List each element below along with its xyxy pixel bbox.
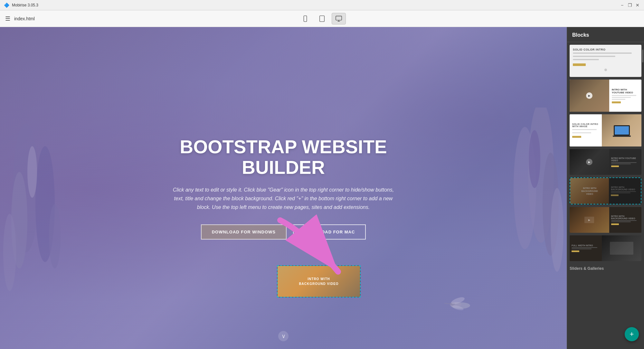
youtube-block-label: INTRO WITH YOUTUBE VIDEO	[612, 88, 639, 94]
full-width-block-label: FULL WIDTH INTRO	[572, 244, 600, 247]
close-button[interactable]: ✕	[635, 3, 640, 8]
bg-video-text-area: INTRO WITH BACKGROUND VIDEO	[609, 178, 641, 204]
toolbar: ☰ index.html	[0, 10, 644, 27]
svg-point-10	[3, 214, 16, 291]
scroll-down-indicator[interactable]: ∨	[278, 331, 289, 341]
full-width-image	[602, 235, 641, 261]
yt2-image: ▶	[570, 149, 609, 175]
blocks-list: SOLID COLOR INTRO ▶	[567, 42, 644, 264]
full-width-screen	[610, 242, 634, 255]
bg-v2-thumbnail: ▶	[570, 207, 609, 233]
preview-line	[611, 222, 631, 222]
image-text-area: SOLID COLOR INTRO WITH IMAGE	[570, 114, 602, 146]
preview-button	[611, 223, 619, 225]
minimize-button[interactable]: −	[620, 3, 625, 8]
svg-rect-4	[336, 16, 342, 20]
bg-video-sublabel2: VIDEO	[586, 193, 593, 195]
play-icon: ▶	[586, 159, 592, 165]
svg-rect-2	[320, 15, 325, 21]
bg-v2-text-area: INTRO WITH BACKGROUND VIDEO	[609, 207, 641, 233]
menu-icon[interactable]: ☰	[5, 15, 10, 22]
main-area: BOOTSTRAP WEBSITE BUILDER Click any text…	[0, 27, 644, 349]
drag-preview-label: INTRO WITH	[308, 277, 330, 281]
preview-line	[573, 56, 615, 57]
drag-preview-sublabel: BACKGROUND VIDEO	[299, 282, 338, 286]
bg-v2-screen: ▶	[584, 217, 594, 223]
laptop-illustration	[614, 125, 630, 136]
block-item-solid-color-intro-image[interactable]: SOLID COLOR INTRO WITH IMAGE	[570, 114, 641, 146]
bg-v2-image: ▶	[584, 217, 594, 223]
yt2-text-area: INTRO WITH YOUTUBE VIDEO	[609, 149, 641, 175]
block-item-intro-bg-video[interactable]: INTRO WITH BACKGROUND VIDEO INTRO WITH B…	[570, 177, 641, 204]
block-solid-intro-label: SOLID COLOR INTRO	[573, 48, 638, 51]
titlebar-controls: − ❐ ✕	[620, 3, 640, 8]
restore-button[interactable]: ❐	[627, 3, 632, 8]
preview-line	[572, 249, 592, 249]
hero-title[interactable]: BOOTSTRAP WEBSITE BUILDER	[171, 137, 396, 178]
add-block-button[interactable]: +	[625, 327, 639, 341]
bg-video-text: INTRO WITH BACKGROUND VIDEO	[582, 187, 598, 195]
preview-line	[572, 129, 597, 130]
preview-line	[572, 132, 591, 133]
chevron-down-icon: ∨	[281, 333, 286, 340]
preview-line	[572, 247, 597, 248]
preview-dot	[604, 69, 607, 71]
titlebar: 🔷 Mobirise 3.05.3 − ❐ ✕	[0, 0, 644, 10]
block-item-full-width-intro[interactable]: FULL WIDTH INTRO	[570, 235, 641, 261]
yt2-thumbnail: ▶	[570, 149, 609, 175]
block-yt2-preview: ▶ INTRO WITH YOUTUBE VIDEO	[570, 149, 641, 175]
yt2-block-label: INTRO WITH YOUTUBE VIDEO	[611, 157, 639, 162]
block-item-solid-color-intro[interactable]: SOLID COLOR INTRO	[570, 45, 641, 77]
mobile-view-button[interactable]	[298, 13, 312, 24]
blocks-panel-header: Blocks	[567, 27, 644, 42]
bg-video-thumbnail: INTRO WITH BACKGROUND VIDEO	[570, 178, 609, 204]
full-width-text-area: FULL WIDTH INTRO	[570, 235, 602, 261]
toolbar-view-switcher	[298, 13, 346, 24]
section-divider-sliders: Sliders & Galleries	[567, 264, 644, 272]
drag-preview-block: INTRO WITH BACKGROUND VIDEO	[277, 265, 361, 297]
svg-rect-0	[304, 15, 307, 21]
canvas: BOOTSTRAP WEBSITE BUILDER Click any text…	[0, 27, 567, 349]
desktop-view-button[interactable]	[332, 13, 346, 24]
play-icon: ▶	[588, 219, 590, 222]
preview-line	[573, 52, 632, 54]
bg-video-sublabel: BACKGROUND	[582, 190, 598, 192]
bg-video-label: INTRO WITH	[583, 187, 596, 189]
hero-subtitle[interactable]: Click any text to edit or style it. Clic…	[171, 185, 396, 212]
preview-line	[611, 164, 631, 164]
play-icon: ▶	[586, 92, 592, 99]
hero-section: BOOTSTRAP WEBSITE BUILDER Click any text…	[0, 27, 567, 349]
block-item-intro-youtube-dark[interactable]: ▶ INTRO WITH YOUTUBE VIDEO	[570, 149, 641, 175]
youtube-image: ▶	[570, 80, 609, 112]
block-item-intro-bg-video-2[interactable]: ▶ INTRO WITH BACKGROUND VIDEO	[570, 207, 641, 233]
block-solid-intro-preview: SOLID COLOR INTRO	[570, 45, 641, 77]
blocks-panel: Blocks SOLID COLOR INTRO	[567, 27, 644, 349]
panel-scrollbar[interactable]	[642, 50, 643, 62]
bg-v2-block-label: INTRO WITH BACKGROUND VIDEO	[611, 215, 639, 220]
block-bg-video2-preview: ▶ INTRO WITH BACKGROUND VIDEO	[570, 207, 641, 233]
svg-point-11	[27, 146, 37, 198]
preview-button	[611, 194, 619, 196]
youtube-text-area: INTRO WITH YOUTUBE VIDEO	[609, 80, 641, 112]
hero-buttons: DOWNLOAD FOR WINDOWS DOWNLOAD FOR MAC	[171, 224, 396, 240]
download-mac-button[interactable]: DOWNLOAD FOR MAC	[293, 224, 366, 240]
section-label: Sliders & Galleries	[570, 266, 604, 271]
hummingbird	[438, 291, 477, 317]
block-with-image-preview: SOLID COLOR INTRO WITH IMAGE	[570, 114, 641, 146]
preview-line	[612, 97, 631, 98]
block-item-intro-youtube[interactable]: ▶ INTRO WITH YOUTUBE VIDEO	[570, 80, 641, 112]
svg-point-17	[529, 130, 540, 188]
block-full-width-preview: FULL WIDTH INTRO	[570, 235, 641, 261]
preview-button	[612, 101, 621, 103]
download-windows-button[interactable]: DOWNLOAD FOR WINDOWS	[201, 224, 287, 240]
app-title: Mobirise 3.05.3	[12, 3, 38, 7]
preview-line	[612, 95, 636, 96]
block-bg-video-preview: INTRO WITH BACKGROUND VIDEO INTRO WITH B…	[570, 178, 641, 204]
blocks-panel-title: Blocks	[572, 32, 589, 38]
app-icon: 🔷	[4, 3, 9, 8]
preview-line	[611, 193, 630, 193]
tablet-view-button[interactable]	[315, 13, 329, 24]
block-youtube-preview: ▶ INTRO WITH YOUTUBE VIDEO	[570, 80, 641, 112]
svg-point-16	[551, 188, 564, 272]
filename-label: index.html	[14, 16, 35, 21]
